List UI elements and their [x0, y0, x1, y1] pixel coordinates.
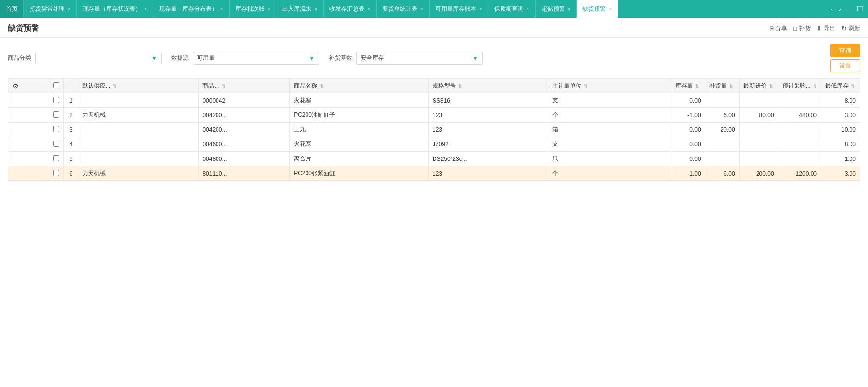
cell-purchase [778, 93, 821, 108]
col-purchase-label: 预计采购... [782, 82, 811, 89]
col-header-supplier[interactable]: 默认供应... ⇅ [78, 79, 199, 93]
tab-expiry-label: 保质期查询 [494, 5, 524, 13]
col-header-spec[interactable]: 规格型号 ⇅ [428, 79, 548, 93]
cell-name: 三九 [290, 123, 429, 137]
tab-stock-status-label: 现存量（库存状况表） [83, 5, 141, 13]
share-button[interactable]: ⎘ 分享 [770, 24, 787, 33]
cell-settings [8, 108, 49, 123]
replenish-filter-item: 补货基数 安全库存 ▼ [329, 52, 483, 65]
close-icon[interactable]: × [420, 6, 423, 12]
cell-spec: SS816 [428, 93, 548, 108]
row-checkbox[interactable] [53, 111, 59, 118]
sort-icon: ⇅ [584, 84, 588, 88]
cell-minstock: 8.00 [821, 137, 860, 152]
col-header-settings[interactable]: ⚙ [8, 79, 49, 93]
replenish-button[interactable]: □ 补货 [793, 24, 811, 33]
cell-price: 200.00 [739, 166, 778, 181]
tab-demand[interactable]: 要货单统计表 × [377, 0, 430, 18]
sort-icon: ⇅ [813, 84, 817, 88]
col-header-checkbox[interactable] [49, 79, 64, 93]
tab-stock-dist-label: 现存量（库存分布表） [159, 5, 217, 13]
tab-stock-dist[interactable]: 现存量（库存分布表） × [153, 0, 230, 18]
tab-maximize-button[interactable]: ☐ [854, 3, 866, 15]
datasource-value: 可用量 [197, 54, 215, 62]
cell-checkbox[interactable] [49, 108, 64, 123]
tab-exception[interactable]: 拣货异常处理 × [24, 0, 77, 18]
sort-icon: ⇅ [695, 84, 699, 88]
close-icon[interactable]: × [609, 6, 612, 12]
row-checkbox[interactable] [53, 155, 59, 161]
table-row: 4 004600... 火花塞 J7092 支 0.00 8.00 [8, 137, 860, 152]
col-replenish-label: 补货量 [709, 82, 727, 89]
cell-spec: DS250*23c... [428, 152, 548, 166]
row-checkbox[interactable] [53, 126, 59, 132]
tab-shortage[interactable]: 缺货预警 × [577, 0, 618, 18]
col-header-name[interactable]: 商品名称 ⇅ [290, 79, 429, 93]
close-icon[interactable]: × [526, 6, 529, 12]
datasource-dropdown-icon: ▼ [309, 55, 315, 62]
cell-settings [8, 152, 49, 166]
tab-receive[interactable]: 收发存汇总表 × [324, 0, 377, 18]
close-icon[interactable]: × [220, 6, 223, 12]
row-checkbox[interactable] [53, 170, 59, 176]
cell-unit: 箱 [548, 123, 671, 137]
cell-checkbox[interactable] [49, 166, 64, 181]
category-filter-item: 商品分类 ▼ [8, 53, 162, 64]
cell-supplier [78, 123, 199, 137]
cell-supplier: 力天机械 [78, 108, 199, 123]
select-all-checkbox[interactable] [53, 82, 59, 88]
cell-checkbox[interactable] [49, 137, 64, 152]
cell-checkbox[interactable] [49, 152, 64, 166]
query-button[interactable]: 查询 [830, 44, 860, 57]
row-checkbox[interactable] [53, 97, 59, 103]
cell-purchase [778, 123, 821, 137]
main-content: 缺货预警 ⎘ 分享 □ 补货 ⇓ 导出 ↻ 刷新 商品分类 [0, 18, 868, 387]
cell-unit: 支 [548, 93, 671, 108]
export-button[interactable]: ⇓ 导出 [816, 24, 835, 33]
category-filter-label: 商品分类 [8, 54, 31, 62]
col-unit-label: 主计量单位 [552, 82, 581, 89]
cell-stock: 0.00 [671, 93, 705, 108]
tab-prev-button[interactable]: ‹ [828, 3, 836, 15]
tab-inout[interactable]: 出入库流水 × [276, 0, 324, 18]
category-select[interactable]: ▼ [35, 53, 162, 64]
close-icon[interactable]: × [268, 6, 271, 12]
col-header-unit[interactable]: 主计量单位 ⇅ [548, 79, 671, 93]
tab-batch[interactable]: 库存批次账 × [230, 0, 277, 18]
tab-next-button[interactable]: › [836, 3, 844, 15]
row-checkbox[interactable] [53, 141, 59, 147]
tab-stock-status[interactable]: 现存量（库存状况表） × [77, 0, 153, 18]
tab-available[interactable]: 可用量库存账本 × [430, 0, 488, 18]
replenish-select[interactable]: 安全库存 ▼ [356, 52, 483, 65]
close-icon[interactable]: × [568, 6, 571, 12]
cell-name: PC200油缸缸子 [290, 108, 429, 123]
cell-stock: -1.00 [671, 166, 705, 181]
cell-code: 801110... [199, 166, 290, 181]
data-table: ⚙ 默认供应... ⇅ 商品... ⇅ 商品名称 [8, 78, 860, 181]
col-header-stock[interactable]: 库存量 ⇅ [671, 79, 705, 93]
table-body: 1 0000042 火花塞 SS816 支 0.00 8.00 2 力天机械 0… [8, 93, 860, 181]
col-header-replenish[interactable]: 补货量 ⇅ [705, 79, 739, 93]
close-icon[interactable]: × [479, 6, 482, 12]
tab-minimize-button[interactable]: − [844, 3, 854, 15]
cell-checkbox[interactable] [49, 123, 64, 137]
col-header-price[interactable]: 最新进价 ⇅ [739, 79, 778, 93]
close-icon[interactable]: × [144, 6, 147, 12]
cell-spec: 123 [428, 166, 548, 181]
datasource-select[interactable]: 可用量 ▼ [193, 52, 319, 65]
col-header-code[interactable]: 商品... ⇅ [199, 79, 290, 93]
col-header-purchase[interactable]: 预计采购... ⇅ [778, 79, 821, 93]
export-icon: ⇓ [816, 25, 822, 32]
export-label: 导出 [824, 24, 835, 33]
close-icon[interactable]: × [68, 6, 71, 12]
cell-checkbox[interactable] [49, 93, 64, 108]
tab-home[interactable]: 首页 [0, 0, 24, 18]
tab-expiry[interactable]: 保质期查询 × [488, 0, 536, 18]
cell-replenish: 6.00 [705, 166, 739, 181]
tab-overstock[interactable]: 超储预警 × [536, 0, 577, 18]
close-icon[interactable]: × [314, 6, 317, 12]
settings-button[interactable]: 设置 [830, 59, 860, 72]
col-header-minstock[interactable]: 最低库存 ⇅ [821, 79, 860, 93]
refresh-button[interactable]: ↻ 刷新 [841, 24, 860, 33]
close-icon[interactable]: × [367, 6, 370, 12]
